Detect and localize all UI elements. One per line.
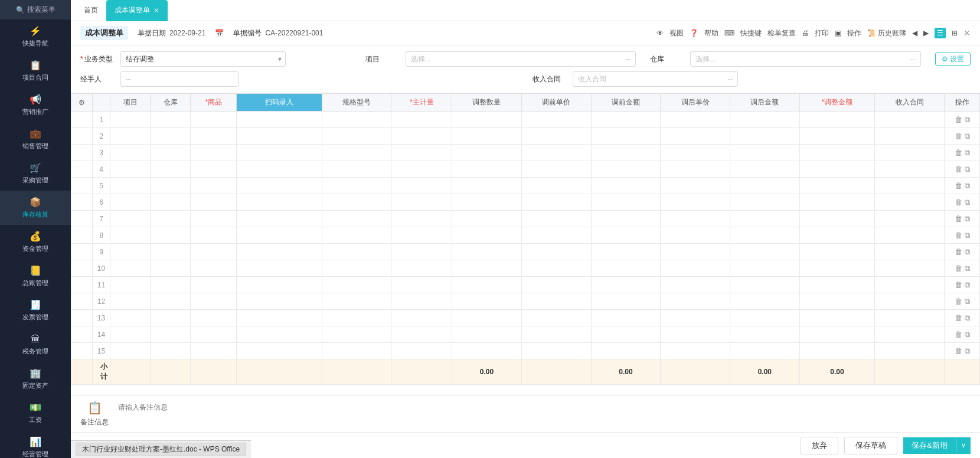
row-pre-amount-cell[interactable] <box>591 112 661 128</box>
sidebar-item-tax-mgmt[interactable]: 🏛 税务管理 <box>0 328 71 362</box>
row-copy-icon[interactable]: ⧉ <box>965 214 970 224</box>
row-spec-cell[interactable] <box>322 326 391 343</box>
row-project-cell[interactable] <box>110 227 151 244</box>
row-project-cell[interactable] <box>110 145 151 161</box>
row-copy-icon[interactable]: ⧉ <box>965 148 970 158</box>
sidebar-item-ops-mgmt[interactable]: 📊 经营管理 <box>0 430 71 458</box>
row-adjust-qty-cell[interactable] <box>452 211 522 227</box>
row-spec-cell[interactable] <box>322 260 391 277</box>
row-income-contract-cell[interactable] <box>875 293 945 310</box>
row-adjust-qty-cell[interactable] <box>452 227 522 244</box>
row-post-unit-price-cell[interactable] <box>661 293 730 310</box>
row-spec-cell[interactable] <box>322 277 391 293</box>
row-copy-icon[interactable]: ⧉ <box>965 198 970 207</box>
row-income-contract-cell[interactable] <box>875 326 945 343</box>
row-income-contract-cell[interactable] <box>875 178 945 194</box>
sidebar-item-ledger-mgmt[interactable]: 📒 总账管理 <box>0 259 71 293</box>
row-income-contract-cell[interactable] <box>875 194 945 211</box>
row-pre-amount-cell[interactable] <box>591 227 661 244</box>
row-adjust-qty-cell[interactable] <box>452 326 522 343</box>
row-warehouse-cell[interactable] <box>151 128 191 145</box>
row-delete-icon[interactable]: 🗑 <box>955 264 962 273</box>
calendar-icon[interactable]: 📅 <box>215 29 224 37</box>
row-copy-icon[interactable]: ⧉ <box>965 181 970 191</box>
row-post-amount-cell[interactable] <box>730 227 799 244</box>
income-contract-input[interactable]: 收入合同 ··· <box>573 71 738 87</box>
row-pre-unit-price-cell[interactable] <box>521 211 591 227</box>
tab-home[interactable]: 首页 <box>76 0 106 21</box>
row-unit-cell[interactable] <box>391 343 452 359</box>
row-scan-cell[interactable] <box>237 343 322 359</box>
th-pre-amount[interactable]: 调前金额 <box>591 94 661 112</box>
th-post-unit-price[interactable]: 调后单价 <box>661 94 730 112</box>
row-scan-cell[interactable] <box>237 112 322 128</box>
row-adjust-amount-cell[interactable] <box>799 194 874 211</box>
row-pre-unit-price-cell[interactable] <box>521 145 591 161</box>
row-pre-unit-price-cell[interactable] <box>521 244 591 260</box>
row-post-unit-price-cell[interactable] <box>661 343 730 359</box>
row-post-amount-cell[interactable] <box>730 326 799 343</box>
row-unit-cell[interactable] <box>391 145 452 161</box>
th-warehouse[interactable]: 仓库 <box>151 94 191 112</box>
row-post-amount-cell[interactable] <box>730 277 799 293</box>
print-btn[interactable]: 打印 <box>815 28 829 38</box>
row-warehouse-cell[interactable] <box>151 310 191 326</box>
row-project-cell[interactable] <box>110 112 151 128</box>
row-pre-amount-cell[interactable] <box>591 211 661 227</box>
row-project-cell[interactable] <box>110 260 151 277</box>
row-pre-amount-cell[interactable] <box>591 343 661 359</box>
row-income-contract-cell[interactable] <box>875 310 945 326</box>
sidebar-item-funds-mgmt[interactable]: 💰 资金管理 <box>0 225 71 259</box>
row-scan-cell[interactable] <box>237 326 322 343</box>
row-scan-cell[interactable] <box>237 260 322 277</box>
row-copy-icon[interactable]: ⧉ <box>965 313 970 323</box>
row-project-cell[interactable] <box>110 178 151 194</box>
sidebar-item-inventory[interactable]: 📦 库存核算 <box>0 191 71 225</box>
grid-view-icon[interactable]: ⊞ <box>952 29 958 37</box>
row-product-cell[interactable] <box>191 161 237 178</box>
row-spec-cell[interactable] <box>322 293 391 310</box>
row-copy-icon[interactable]: ⧉ <box>965 115 970 125</box>
row-pre-unit-price-cell[interactable] <box>521 310 591 326</box>
row-unit-cell[interactable] <box>391 326 452 343</box>
row-adjust-amount-cell[interactable] <box>799 277 874 293</box>
tab-close-btn[interactable]: ✕ <box>153 6 159 15</box>
row-delete-icon[interactable]: 🗑 <box>955 181 962 191</box>
row-pre-amount-cell[interactable] <box>591 277 661 293</box>
row-spec-cell[interactable] <box>322 343 391 359</box>
row-post-unit-price-cell[interactable] <box>661 326 730 343</box>
row-product-cell[interactable] <box>191 194 237 211</box>
row-pre-amount-cell[interactable] <box>591 326 661 343</box>
row-spec-cell[interactable] <box>322 244 391 260</box>
handler-input[interactable]: ··· <box>120 71 239 87</box>
row-adjust-qty-cell[interactable] <box>452 293 522 310</box>
row-scan-cell[interactable] <box>237 310 322 326</box>
row-product-cell[interactable] <box>191 244 237 260</box>
row-project-cell[interactable] <box>110 277 151 293</box>
row-project-cell[interactable] <box>110 194 151 211</box>
row-post-amount-cell[interactable] <box>730 244 799 260</box>
row-pre-unit-price-cell[interactable] <box>521 277 591 293</box>
row-adjust-qty-cell[interactable] <box>452 112 522 128</box>
row-pre-amount-cell[interactable] <box>591 128 661 145</box>
row-product-cell[interactable] <box>191 112 237 128</box>
row-post-amount-cell[interactable] <box>730 161 799 178</box>
row-delete-icon[interactable]: 🗑 <box>955 330 962 339</box>
row-adjust-qty-cell[interactable] <box>452 343 522 359</box>
row-post-unit-price-cell[interactable] <box>661 227 730 244</box>
sidebar-item-payroll[interactable]: 💵 工资 <box>0 396 71 430</box>
row-warehouse-cell[interactable] <box>151 161 191 178</box>
row-adjust-amount-cell[interactable] <box>799 178 874 194</box>
row-post-unit-price-cell[interactable] <box>661 128 730 145</box>
row-project-cell[interactable] <box>110 211 151 227</box>
row-post-amount-cell[interactable] <box>730 343 799 359</box>
th-product[interactable]: *商品 <box>191 94 237 112</box>
business-type-select[interactable]: 结存调整 ▾ <box>120 51 286 67</box>
row-copy-icon[interactable]: ⧉ <box>965 132 970 141</box>
list-view-icon[interactable]: ☰ <box>935 28 946 38</box>
row-pre-unit-price-cell[interactable] <box>521 326 591 343</box>
row-scan-cell[interactable] <box>237 161 322 178</box>
project-input[interactable]: 选择... ··· <box>406 51 636 67</box>
sidebar-item-invoice-mgmt[interactable]: 🧾 发票管理 <box>0 293 71 328</box>
row-adjust-amount-cell[interactable] <box>799 112 874 128</box>
